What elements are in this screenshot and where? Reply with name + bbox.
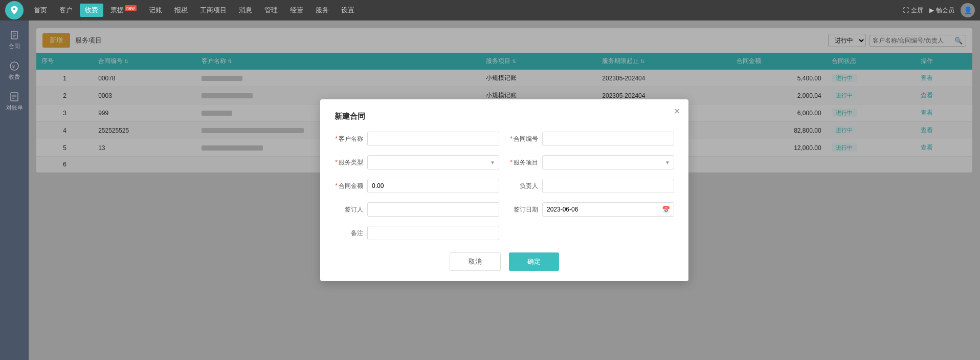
contract-icon [9, 30, 20, 41]
sidebar-contract-label: 合同 [9, 43, 20, 50]
sidebar-billing-label: 收费 [9, 73, 20, 81]
nav-business[interactable]: 工商项目 [195, 4, 232, 17]
signer-input[interactable] [367, 202, 499, 217]
nav-settings[interactable]: 设置 [336, 4, 360, 17]
modal-overlay: 新建合同 ✕ *客户名称 *合同编号 [29, 20, 980, 360]
nav-manage[interactable]: 管理 [259, 4, 283, 17]
new-contract-modal: 新建合同 ✕ *客户名称 *合同编号 [320, 99, 688, 281]
form-row-5: 备注 [335, 226, 674, 240]
service-type-required: * [335, 159, 338, 166]
member-label: 畅会员 [936, 6, 954, 15]
sidebar: 合同 ¥ 收费 对账单 [0, 20, 29, 360]
service-item-select[interactable] [542, 155, 674, 170]
nav-items: 首页 客户 收费 票据new 记账 报税 工商项目 消息 管理 经营 服务 设置 [29, 4, 903, 17]
svg-text:¥: ¥ [12, 64, 15, 69]
service-item-select-wrap: ▼ [542, 155, 674, 170]
sign-date-input[interactable] [542, 202, 674, 217]
modal-close-button[interactable]: ✕ [674, 107, 680, 116]
sidebar-statement-label: 对账单 [6, 104, 23, 112]
contract-no-label: *合同编号 [509, 135, 538, 143]
nav-customer[interactable]: 客户 [54, 4, 78, 17]
service-type-select[interactable] [367, 155, 499, 170]
fullscreen-label: 全屏 [911, 6, 923, 15]
form-group-signer: 签订人 [335, 202, 499, 217]
form-group-service-type: *服务类型 ▼ [335, 155, 499, 170]
sidebar-item-contract[interactable]: 合同 [2, 26, 27, 54]
responsible-input[interactable] [542, 179, 674, 193]
customer-label: *客户名称 [335, 135, 363, 143]
service-type-label: *服务类型 [335, 158, 363, 167]
form-group-responsible: 负责人 [509, 179, 674, 193]
form-group-service-item: *服务项目 ▼ [509, 155, 674, 170]
fullscreen-icon: ⛶ [903, 7, 909, 14]
customer-required: * [335, 135, 338, 142]
top-nav-right: ⛶ 全屏 ▶ 畅会员 👤 [903, 3, 975, 17]
calendar-icon[interactable]: 📅 [662, 206, 670, 214]
nav-home[interactable]: 首页 [29, 4, 52, 17]
nav-message[interactable]: 消息 [234, 4, 257, 17]
nav-service[interactable]: 服务 [310, 4, 334, 17]
form-row-1: *客户名称 *合同编号 [335, 132, 674, 146]
contract-no-input[interactable] [542, 132, 674, 146]
form-group-amount: *合同金额 [335, 179, 499, 193]
nav-invoice[interactable]: 收费 [80, 4, 103, 17]
remark-label: 备注 [335, 229, 363, 238]
form-group-contract-no: *合同编号 [509, 132, 674, 146]
amount-required: * [335, 182, 338, 189]
form-row-3: *合同金额 负责人 [335, 179, 674, 193]
amount-label: *合同金额 [335, 182, 363, 190]
service-item-required: * [510, 159, 513, 166]
billing-icon: ¥ [9, 60, 20, 72]
nav-tax[interactable]: 报税 [169, 4, 193, 17]
amount-input[interactable] [367, 179, 499, 193]
contract-no-required: * [510, 135, 513, 142]
top-nav: 首页 客户 收费 票据new 记账 报税 工商项目 消息 管理 经营 服务 设置… [0, 0, 980, 20]
remark-input[interactable] [367, 226, 499, 240]
avatar[interactable]: 👤 [961, 3, 975, 17]
responsible-label: 负责人 [509, 182, 538, 190]
nav-account[interactable]: 记账 [144, 4, 167, 17]
signer-label: 签订人 [335, 205, 363, 214]
new-badge: new [125, 5, 137, 11]
form-group-remark: 备注 [335, 226, 499, 240]
modal-title: 新建合同 [335, 112, 674, 121]
form-row-4: 签订人 签订日期 📅 [335, 202, 674, 217]
customer-name-input[interactable] [367, 132, 499, 146]
nav-ticket[interactable]: 票据new [105, 4, 142, 17]
sign-date-wrap: 📅 [542, 202, 674, 217]
nav-operate[interactable]: 经营 [285, 4, 308, 17]
main-layout: 合同 ¥ 收费 对账单 [0, 20, 980, 360]
form-group-customer: *客户名称 [335, 132, 499, 146]
member-icon: ▶ [929, 7, 934, 14]
fullscreen-button[interactable]: ⛶ 全屏 [903, 6, 923, 15]
service-type-select-wrap: ▼ [367, 155, 499, 170]
sidebar-item-statement[interactable]: 对账单 [2, 87, 27, 116]
service-item-label: *服务项目 [509, 158, 538, 167]
sidebar-item-billing[interactable]: ¥ 收费 [2, 56, 27, 85]
form-group-sign-date: 签订日期 📅 [509, 202, 674, 217]
modal-footer: 取消 确定 [335, 252, 674, 271]
member-button[interactable]: ▶ 畅会员 [929, 6, 954, 15]
confirm-button[interactable]: 确定 [509, 252, 559, 271]
app-logo[interactable] [5, 1, 24, 19]
content-area: 新增 服务项目 进行中 已完成 已终止 全部 🔍 [29, 20, 980, 360]
cancel-button[interactable]: 取消 [450, 252, 501, 271]
statement-icon [9, 91, 20, 102]
sign-date-label: 签订日期 [509, 205, 538, 214]
form-row-2: *服务类型 ▼ *服务项目 [335, 155, 674, 170]
